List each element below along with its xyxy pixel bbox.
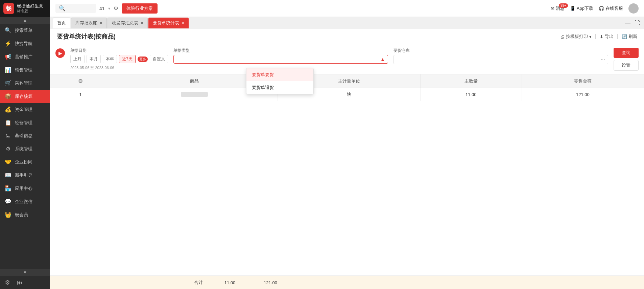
sales-icon: 📊 [5, 67, 11, 73]
print-icon: 🖨 [560, 34, 565, 39]
tab-close-icon[interactable]: ✕ [140, 21, 143, 25]
sidebar-item-label: 销售管理 [15, 67, 32, 73]
sidebar-item-label: 基础信息 [15, 133, 32, 139]
filter-type-input[interactable] [176, 57, 379, 62]
filter-date-custom[interactable]: 自定义 [150, 55, 168, 63]
search-input[interactable] [68, 6, 95, 11]
tab-home[interactable]: 首页 [53, 18, 70, 28]
col-header-settings: ⚙ [50, 74, 111, 88]
dropdown-item-return[interactable]: 要货单退货 [246, 81, 313, 94]
sidebar-item-operations[interactable]: 📋 经营管理 [0, 116, 50, 129]
sidebar-item-label: 采购管理 [15, 80, 32, 86]
filter-date-this-month[interactable]: 本月 [87, 55, 101, 63]
finance-icon: 💰 [5, 106, 11, 113]
sidebar-scroll-up[interactable]: ▲ [0, 17, 50, 24]
filter-type-label: 单据类型 [173, 48, 388, 53]
data-table: ⚙ 商品 主计量单位 主数量 零售金额 [50, 74, 644, 101]
export-icon: ⬇ [600, 34, 603, 39]
page-header: 要货单统计表(按商品) 🖨 按模板打印 ▾ | ⬇ 导出 | 🔄 刷新 [50, 29, 644, 44]
app-edition: 标准版 [17, 8, 43, 14]
footer-quantity: 11.00 [210, 280, 250, 285]
sidebar-item-label: 经营管理 [15, 120, 32, 126]
tabs-minimize-button[interactable]: — [624, 19, 632, 27]
inventory-icon: 📦 [5, 93, 11, 99]
topbar: 🔍 41 ▾ ⚙ 体验行业方案 ✉ 消息 99+ 📱 App下载 🎧 在线客服 [50, 0, 644, 17]
sidebar-item-member[interactable]: 👑 畅会员 [0, 208, 50, 221]
topbar-gear-icon[interactable]: ⚙ [114, 5, 118, 12]
online-service-button[interactable]: 🎧 在线客服 [599, 5, 623, 12]
filter-settings-button[interactable]: 设置 [614, 60, 639, 71]
action-separator: | [595, 34, 596, 40]
collab-icon: 🤝 [5, 159, 11, 165]
print-template-button[interactable]: 🖨 按模板打印 ▾ [560, 34, 592, 40]
topbar-chevron-icon[interactable]: ▾ [108, 6, 110, 11]
tabs-expand-button[interactable]: ⛶ [633, 19, 641, 27]
product-placeholder [181, 92, 208, 97]
tab-label: 库存批次账 [75, 20, 97, 26]
tab-requisition-stats[interactable]: 要货单统计表 ✕ [148, 18, 189, 28]
footer-label: 合计 [54, 280, 210, 286]
settings-footer-icon[interactable]: ⚙ [5, 279, 10, 286]
col-label: 商品 [190, 79, 199, 84]
tab-close-icon[interactable]: ✕ [99, 21, 102, 25]
guide-icon: 📖 [5, 172, 11, 178]
app-download-button[interactable]: 📱 App下载 [570, 5, 593, 12]
print-label: 按模板打印 [566, 34, 588, 40]
export-button[interactable]: ⬇ 导出 [600, 34, 614, 40]
topbar-search[interactable]: 🔍 [55, 4, 96, 13]
column-settings-icon[interactable]: ⚙ [78, 78, 83, 84]
avatar[interactable] [628, 3, 639, 14]
query-button[interactable]: 查询 [614, 48, 639, 58]
sidebar-item-finance[interactable]: 💰 资金管理 [0, 103, 50, 116]
footer-amount: 121.00 [250, 280, 291, 285]
sidebar-item-quicknav[interactable]: ⚡ 快捷导航 [0, 37, 50, 50]
filter-more-badge[interactable]: 更多 [138, 57, 148, 62]
marketing-icon: 📢 [5, 53, 11, 60]
filter-warehouse-input[interactable] [397, 57, 599, 62]
filter-warehouse-dots-icon[interactable]: ··· [601, 57, 605, 63]
filter-type-input-wrap[interactable]: ▲ [173, 55, 388, 64]
sidebar-item-system[interactable]: ⚙ 系统管理 [0, 142, 50, 155]
tab-collection-summary[interactable]: 收发存汇总表 ✕ [108, 18, 148, 28]
col-label: 零售金额 [574, 79, 592, 84]
trial-button[interactable]: 体验行业方案 [122, 3, 158, 14]
sidebar-item-appstore[interactable]: 🏪 应用中心 [0, 182, 50, 195]
sidebar-item-marketing[interactable]: 📢 营销推广 [0, 50, 50, 63]
tabs-right: — ⛶ [624, 19, 641, 27]
search-icon: 🔍 [5, 27, 11, 34]
sidebar-footer: ⚙ ⏮ [0, 276, 50, 289]
col-header-quantity: 主数量 [420, 74, 522, 88]
tab-inventory-batch[interactable]: 库存批次账 ✕ [71, 18, 107, 28]
type-dropdown: 要货单要货 要货单退货 [246, 68, 314, 94]
dropdown-item-requisition[interactable]: 要货单要货 [246, 68, 313, 81]
sidebar: 畅 畅捷通好生意 标准版 ▲ 🔍 搜索菜单 ⚡ 快捷导航 📢 营销推广 📊 销售… [0, 0, 50, 289]
sidebar-item-basic[interactable]: 🗂 基础信息 [0, 129, 50, 142]
sidebar-item-guide[interactable]: 📖 新手引导 [0, 169, 50, 182]
app-download-label: App下载 [577, 5, 593, 12]
filter-date-last-month[interactable]: 上月 [70, 55, 85, 63]
sidebar-item-search[interactable]: 🔍 搜索菜单 [0, 24, 50, 37]
filter-date-group: 单据日期 上月 本月 本年 近7天 更多 自定义 2023-05-06 至 20… [70, 48, 168, 70]
refresh-button[interactable]: 🔄 刷新 [622, 34, 637, 40]
sidebar-item-collab[interactable]: 🤝 企业协同 [0, 155, 50, 169]
filter-type-chevron-icon[interactable]: ▲ [380, 57, 385, 62]
sidebar-nav: 🔍 搜索菜单 ⚡ 快捷导航 📢 营销推广 📊 销售管理 🛒 采购管理 📦 库存核… [0, 24, 50, 269]
sidebar-item-purchase[interactable]: 🛒 采购管理 [0, 76, 50, 90]
sidebar-item-inventory[interactable]: 📦 库存核算 [0, 90, 50, 103]
filter-date-last-7days[interactable]: 近7天 [119, 55, 136, 63]
action-separator: | [617, 34, 618, 40]
sidebar-item-label: 库存核算 [15, 93, 32, 99]
filter-warehouse-input-wrap[interactable]: ··· [393, 55, 608, 64]
sidebar-item-wechat[interactable]: 💬 企业微信 [0, 195, 50, 208]
sidebar-item-sales[interactable]: 📊 销售管理 [0, 63, 50, 76]
sidebar-scroll-down[interactable]: ▼ [0, 269, 50, 276]
purchase-icon: 🛒 [5, 80, 11, 86]
refresh-icon: 🔄 [622, 34, 627, 39]
tab-close-icon[interactable]: ✕ [181, 21, 184, 25]
filter-expand-button[interactable]: ▶ [55, 48, 65, 58]
collapse-footer-icon[interactable]: ⏮ [17, 279, 23, 286]
main-content: 🔍 41 ▾ ⚙ 体验行业方案 ✉ 消息 99+ 📱 App下载 🎧 在线客服 [50, 0, 644, 289]
message-button[interactable]: ✉ 消息 99+ [551, 5, 565, 12]
filter-date-this-year[interactable]: 本年 [103, 55, 117, 63]
headset-icon: 🎧 [599, 6, 604, 11]
